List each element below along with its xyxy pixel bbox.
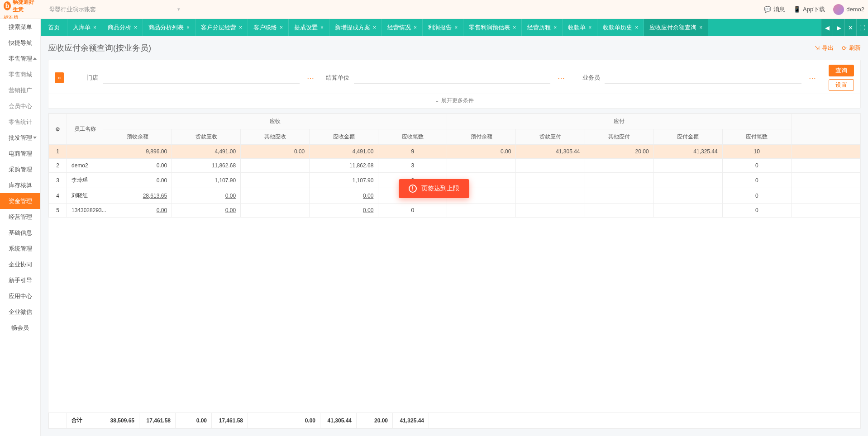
cell-link[interactable]: 41,305.44 (556, 148, 580, 155)
tab-4[interactable]: 客户联络× (248, 19, 289, 36)
sidebar-item-0[interactable]: 搜索菜单 (0, 19, 40, 35)
sidebar-item-8[interactable]: 电商管理 (0, 146, 40, 161)
close-icon[interactable]: × (280, 24, 283, 31)
tab-close-all[interactable]: ✕ (844, 19, 856, 36)
tab-1[interactable]: 商品分析× (102, 19, 143, 36)
table-row[interactable]: 51343028293...0.000.000.0000 (49, 204, 860, 218)
sidebar-item-17[interactable]: 应用中心 (0, 288, 40, 304)
tab-home[interactable]: 首页 (41, 19, 67, 36)
cell-link[interactable]: 11,862.68 (212, 162, 236, 169)
close-icon[interactable]: × (239, 24, 242, 31)
gear-column[interactable]: ⚙ (49, 114, 67, 145)
sidebar-item-18[interactable]: 企业微信 (0, 304, 40, 320)
filter-store-picker[interactable]: ⋯ (304, 74, 318, 82)
close-icon[interactable]: × (513, 24, 516, 31)
sidebar-item-2[interactable]: 零售管理 (0, 51, 40, 66)
filter-settle-picker[interactable]: ⋯ (555, 74, 568, 82)
filter-collapse-toggle[interactable]: » (55, 72, 64, 83)
close-icon[interactable]: × (699, 24, 702, 31)
cell-link[interactable]: 0.00 (363, 207, 373, 213)
user-menu[interactable]: demo2 (833, 4, 864, 15)
tab-10[interactable]: 经营历程× (522, 19, 563, 36)
close-icon[interactable]: × (454, 24, 458, 31)
cell-link[interactable]: 4,491.00 (215, 148, 236, 155)
fullscreen-toggle[interactable]: ⛶ (856, 19, 868, 36)
tab-2[interactable]: 商品分析列表× (143, 19, 196, 36)
cell-link[interactable]: 1,107.90 (215, 177, 236, 184)
sidebar-item-6[interactable]: 零售统计 (0, 114, 40, 130)
tab-8[interactable]: 利润报告× (423, 19, 463, 36)
close-icon[interactable]: × (588, 24, 591, 31)
data-table: ⚙ 员工名称 应收 应付 预收余额货款应收其他应收应收金额应收笔数预付余额货款应… (48, 113, 861, 429)
cell-link[interactable]: 4,491.00 (353, 148, 374, 155)
cell-link[interactable]: 0.00 (157, 162, 167, 169)
close-icon[interactable]: × (635, 24, 638, 31)
filter-sales-input[interactable] (605, 72, 801, 84)
close-icon[interactable]: × (414, 24, 417, 31)
sidebar-item-11[interactable]: 资金管理 (0, 193, 40, 209)
cell-link[interactable]: 9,896.00 (146, 148, 167, 155)
expand-filters[interactable]: ⌄ 展开更多条件 (48, 94, 860, 108)
cell-link[interactable]: 0.00 (363, 193, 373, 199)
tab-11[interactable]: 收款单× (563, 19, 597, 36)
sidebar-item-15[interactable]: 企业协同 (0, 256, 40, 272)
app-download-button[interactable]: 📱 App下载 (793, 5, 825, 14)
tab-3[interactable]: 客户分层经营× (196, 19, 248, 36)
cell-link[interactable]: 0.00 (157, 207, 167, 213)
cell-link[interactable]: 0.00 (157, 177, 167, 184)
sidebar-item-16[interactable]: 新手引导 (0, 272, 40, 288)
filter-sales-picker[interactable]: ⋯ (806, 74, 820, 82)
settings-button[interactable]: 设置 (829, 79, 854, 91)
query-button[interactable]: 查询 (829, 65, 854, 76)
close-icon[interactable]: × (373, 24, 376, 31)
sidebar-item-9[interactable]: 采购管理 (0, 161, 40, 177)
table-row[interactable]: 19,896.004,491.000.004,491.0090.0041,305… (49, 145, 860, 159)
filter-settle-input[interactable] (354, 72, 551, 84)
cell-link[interactable]: 20.00 (635, 148, 649, 155)
sidebar-item-3[interactable]: 零售商城 (0, 66, 40, 82)
sidebar-item-1[interactable]: 快捷导航 (0, 35, 40, 51)
cell (585, 173, 653, 188)
col-sub-9: 应付笔数 (722, 129, 791, 145)
cell-link[interactable]: 1,107.90 (353, 177, 374, 184)
sidebar-item-7[interactable]: 批发管理 (0, 130, 40, 146)
tab-12[interactable]: 收款单历史× (597, 19, 644, 36)
tab-7[interactable]: 经营情况× (382, 19, 423, 36)
cell (653, 159, 722, 173)
cell-link[interactable]: 41,325.44 (693, 148, 717, 155)
tab-0[interactable]: 入库单× (67, 19, 102, 36)
cell-link[interactable]: 0.00 (225, 207, 236, 213)
cell-link[interactable]: 11,862.68 (349, 162, 373, 169)
cell-link[interactable]: 28,613.65 (143, 193, 167, 199)
close-icon[interactable]: × (93, 24, 96, 31)
sidebar-item-10[interactable]: 库存核算 (0, 177, 40, 193)
tab-scroll-left[interactable]: ◀ (821, 19, 833, 36)
tab-5[interactable]: 提成设置× (289, 19, 329, 36)
close-icon[interactable]: × (186, 24, 190, 31)
cell: 0.00 (103, 204, 172, 218)
table-row[interactable]: 2demo20.0011,862.6811,862.6830 (49, 159, 860, 173)
toast-text: 页签达到上限 (421, 185, 459, 193)
sidebar-item-12[interactable]: 经营管理 (0, 209, 40, 225)
tab-scroll-right[interactable]: ▶ (833, 19, 844, 36)
tab-9[interactable]: 零售利润预估表× (463, 19, 522, 36)
sidebar-item-14[interactable]: 系统管理 (0, 241, 40, 256)
sidebar-item-5[interactable]: 会员中心 (0, 98, 40, 114)
refresh-button[interactable]: ⟳ 刷新 (842, 44, 861, 52)
close-icon[interactable]: × (134, 24, 137, 31)
cell-link[interactable]: 0.00 (501, 148, 511, 155)
export-button[interactable]: ⇲ 导出 (815, 44, 834, 52)
sidebar-item-13[interactable]: 基础信息 (0, 225, 40, 241)
cell-link[interactable]: 0.00 (294, 148, 305, 155)
account-selector[interactable]: 母婴行业演示账套 ▾ (49, 5, 180, 14)
close-icon[interactable]: × (320, 24, 324, 31)
tab-6[interactable]: 新增提成方案× (329, 19, 382, 36)
col-sub-4: 应收笔数 (378, 129, 447, 145)
messages-button[interactable]: 💬 消息 (764, 5, 785, 14)
filter-store-input[interactable] (103, 72, 300, 84)
sidebar-item-4[interactable]: 营销推广 (0, 82, 40, 98)
sidebar-item-19[interactable]: 畅会员 (0, 320, 40, 336)
tab-13[interactable]: 应收应付余额查询× (644, 19, 708, 36)
cell-link[interactable]: 0.00 (225, 193, 236, 199)
close-icon[interactable]: × (553, 24, 557, 31)
